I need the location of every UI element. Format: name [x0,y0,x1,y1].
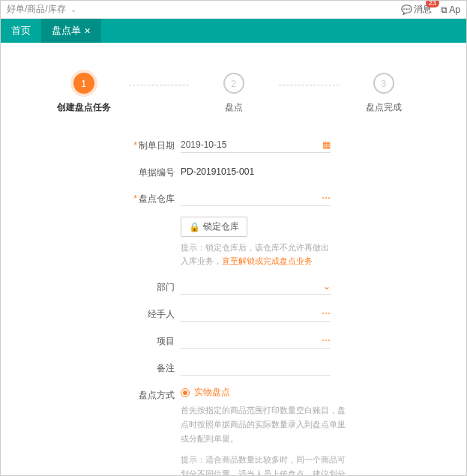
step-2-label: 盘点 [225,101,243,114]
app-button[interactable]: ⧉ Ap [441,4,460,15]
tab-bar: 首页 盘点单 ✕ [1,19,466,43]
tab-home-label: 首页 [11,24,31,37]
tab-home[interactable]: 首页 [1,19,41,43]
dept-label: 部门 [128,278,181,294]
warehouse-input[interactable]: ⋯ [181,190,331,206]
more-icon: ⋯ [322,335,331,346]
messages-button[interactable]: 💬 消息 23 [401,3,432,16]
radio-icon [181,388,190,397]
step-1: 1 创建盘点任务 [39,73,129,114]
lock-warehouse-button[interactable]: 🔒 锁定仓库 [181,217,247,237]
lock-icon: 🔒 [189,222,200,232]
lock-hint: 提示：锁定仓库后，该仓库不允许再做出入库业务，直至解锁或完成盘点业务 [181,241,331,268]
person-input[interactable]: ⋯ [181,305,331,322]
warehouse-label: 盘点仓库 [128,190,181,205]
date-value: 2019-10-15 [181,139,226,150]
doc-no-value: PD-20191015-001 [181,163,331,177]
content-area: 1 创建盘点任务 2 盘点 3 盘点完成 制单日期 2019-10-15 ▦ 单… [1,43,466,475]
date-input[interactable]: 2019-10-15 ▦ [181,136,331,153]
tab-inventory-sheet[interactable]: 盘点单 ✕ [41,19,101,43]
more-icon: ⋯ [322,193,331,203]
step-2: 2 盘点 [189,73,279,114]
step-1-circle: 1 [73,73,94,94]
person-label: 经手人 [128,305,181,321]
mode1-hint: 提示：适合商品数量比较多时，同一个商品可划分不同位置，适当人员上传盘点。建议划分… [181,453,353,475]
mode-physical-radio[interactable]: 实物盘点 [181,386,376,399]
dept-input[interactable]: ⌄ [181,278,331,295]
chevron-down-icon: ⌄ [70,5,76,13]
app-label: Ap [449,4,460,15]
step-3-circle: 3 [373,73,394,94]
form: 制单日期 2019-10-15 ▦ 单据编号 PD-20191015-001 盘… [128,136,451,475]
step-3-label: 盘点完成 [366,101,402,114]
mode1-label: 实物盘点 [194,386,230,399]
lock-button-label: 锁定仓库 [203,220,239,233]
step-2-circle: 2 [223,73,244,94]
step-3: 3 盘点完成 [339,73,429,114]
app-icon: ⧉ [441,4,448,15]
doc-no-label: 单据编号 [128,163,181,179]
close-icon[interactable]: ✕ [84,26,91,36]
mode1-desc: 首先按指定的商品范围打印数量空白账目，盘点时按照单据商品的实际数量录入到盘点单里… [181,403,353,445]
more-icon: ⋯ [322,308,331,319]
project-label: 项目 [128,332,181,348]
project-input[interactable]: ⋯ [181,332,331,349]
search-dropdown[interactable]: 好单/商品/库存 ⌄ [7,3,76,16]
messages-badge: 23 [426,0,439,7]
message-icon: 💬 [401,4,412,15]
tab-sheet-label: 盘点单 [52,24,81,37]
step-1-label: 创建盘点任务 [57,101,111,114]
date-label: 制单日期 [128,136,181,152]
step-line [279,85,339,85]
mode-label: 盘点方式 [128,386,181,402]
step-indicator: 1 创建盘点任务 2 盘点 3 盘点完成 [16,73,451,114]
step-line [129,85,189,85]
remark-input[interactable] [181,359,331,376]
chevron-down-icon: ⌄ [323,281,331,292]
remark-label: 备注 [128,359,181,375]
search-placeholder: 好单/商品/库存 [7,3,66,16]
calendar-icon: ▦ [322,139,331,150]
